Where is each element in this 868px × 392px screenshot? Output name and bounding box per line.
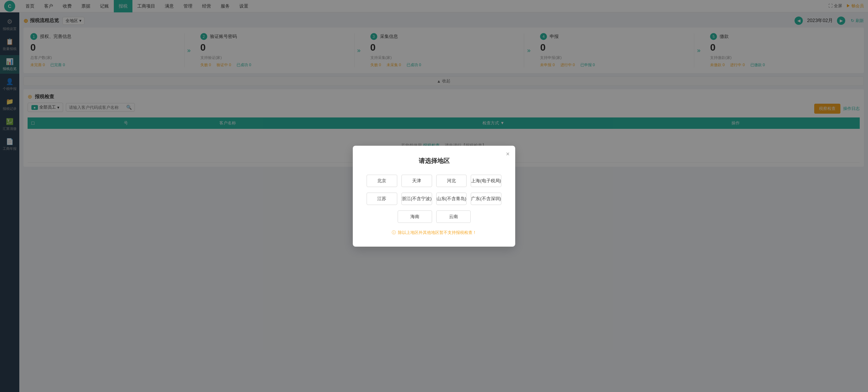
- modal-notice: ⓘ 除以上地区外其他地区暂不支持报税检查！: [367, 230, 501, 236]
- region-btn-zhejiang[interactable]: 浙江(不含宁波): [401, 193, 432, 205]
- notice-icon: ⓘ: [392, 230, 396, 236]
- modal-overlay[interactable]: × 请选择地区 北京 天津 河北 上海(电子税局) 江苏 浙江(不含宁波) 山东…: [0, 0, 868, 392]
- region-row-1: 北京 天津 河北 上海(电子税局): [367, 175, 501, 187]
- modal-close-btn[interactable]: ×: [506, 151, 510, 158]
- region-btn-shanghai[interactable]: 上海(电子税局): [471, 175, 501, 187]
- region-btn-hebei[interactable]: 河北: [436, 175, 467, 187]
- region-row-2: 江苏 浙江(不含宁波) 山东(不含青岛) 广东(不含深圳): [367, 193, 501, 205]
- notice-text: 除以上地区外其他地区暂不支持报税检查！: [398, 230, 477, 236]
- region-btn-beijing[interactable]: 北京: [367, 175, 397, 187]
- region-btn-shandong[interactable]: 山东(不含青岛): [436, 193, 467, 205]
- region-btn-hainan[interactable]: 海南: [398, 210, 432, 223]
- region-select-modal: × 请选择地区 北京 天津 河北 上海(电子税局) 江苏 浙江(不含宁波) 山东…: [353, 146, 515, 247]
- modal-title: 请选择地区: [367, 157, 501, 165]
- region-row-3: 海南 云南: [367, 210, 501, 223]
- region-btn-jiangsu[interactable]: 江苏: [367, 193, 397, 205]
- region-btn-tianjin[interactable]: 天津: [401, 175, 432, 187]
- region-btn-yunnan[interactable]: 云南: [436, 210, 471, 223]
- region-btn-guangdong[interactable]: 广东(不含深圳): [471, 193, 501, 205]
